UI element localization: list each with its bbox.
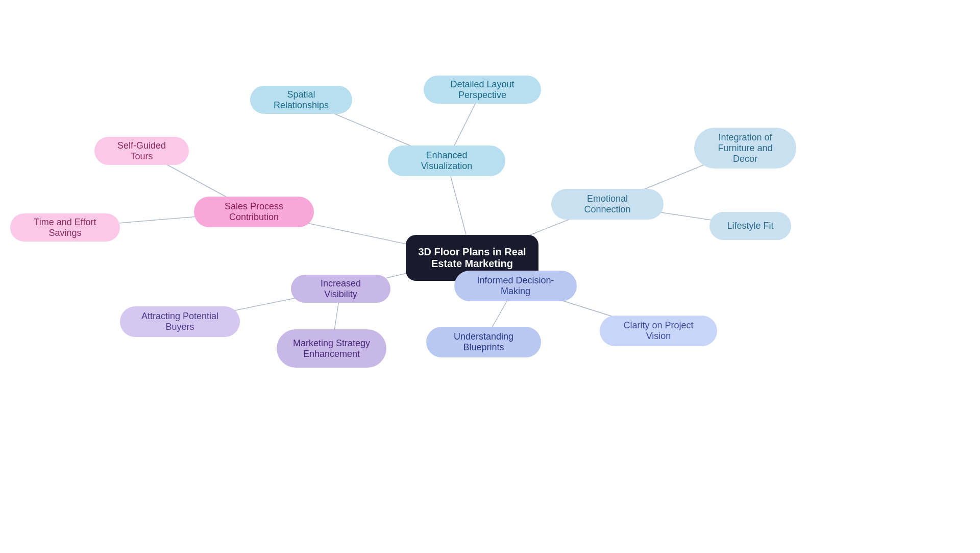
node-lifestyle-fit: Lifestyle Fit [709, 212, 791, 240]
node-sales-process: Sales Process Contribution [194, 197, 314, 227]
node-self-guided: Self-Guided Tours [94, 137, 189, 165]
node-time-effort: Time and Effort Savings [10, 213, 120, 242]
mindmap-container: 3D Floor Plans in Real Estate MarketingE… [0, 0, 980, 553]
node-understanding-bp: Understanding Blueprints [426, 327, 541, 357]
node-marketing-strategy: Marketing Strategy Enhancement [277, 329, 386, 368]
node-increased-vis: Increased Visibility [291, 275, 390, 303]
node-detailed-layout: Detailed Layout Perspective [424, 76, 541, 104]
node-emotional-conn: Emotional Connection [551, 189, 664, 220]
node-attracting-buyers: Attracting Potential Buyers [120, 306, 240, 337]
node-enhanced-viz: Enhanced Visualization [388, 146, 505, 176]
node-integration-furn: Integration of Furniture and Decor [694, 128, 796, 169]
node-spatial-rel: Spatial Relationships [250, 86, 352, 114]
node-informed-decision: Informed Decision-Making [454, 271, 577, 301]
node-clarity-vision: Clarity on Project Vision [600, 316, 717, 346]
